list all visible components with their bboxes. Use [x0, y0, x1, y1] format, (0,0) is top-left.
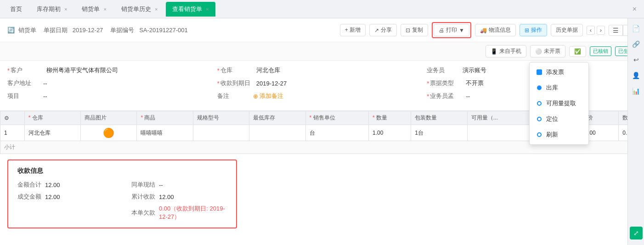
doc-header: 🔄 销货单 单据日期 2019-12-27 单据编号 SA-20191227-0…: [0, 18, 644, 42]
warehouse-required-star: *: [217, 67, 220, 74]
dropdown-outbound[interactable]: 出库: [530, 80, 588, 96]
history-button[interactable]: 历史单据: [551, 24, 583, 36]
list-view-button[interactable]: ☰: [609, 25, 623, 36]
sidebar-chart-icon[interactable]: 📊: [630, 85, 643, 97]
verify-button[interactable]: ✅: [569, 46, 586, 57]
add-icon: ⊕: [253, 93, 258, 100]
warehouse-label: 仓库: [220, 66, 253, 74]
project-field: 项目 --: [7, 92, 217, 100]
payment-row-total: 金额合计 12.00: [17, 181, 113, 189]
note-field: 备注 ⊕ 添加备注: [217, 92, 427, 100]
sidebar-return-icon[interactable]: ↩: [630, 53, 643, 66]
address-field: 客户地址 --: [7, 79, 217, 87]
operate-button[interactable]: ⊞ 操作: [520, 24, 547, 36]
dropdown-available[interactable]: 可用量提取: [530, 96, 588, 111]
total-value: 12.00: [45, 182, 60, 188]
new-button[interactable]: + 新增: [340, 24, 366, 36]
warehouse-field: * 仓库 河北仓库: [217, 66, 427, 74]
date-value: 2019-12-27: [73, 27, 103, 34]
available-icon: [536, 100, 542, 107]
tab-sales[interactable]: 销货单 ×: [75, 2, 113, 17]
dropdown-locate[interactable]: 定位: [530, 111, 588, 127]
project-label: 项目: [7, 92, 40, 100]
verify-icon: ✅: [574, 48, 581, 55]
total-label: 金额合计: [17, 181, 41, 189]
tab-bar: 首页 库存期初 × 销货单 × 销货单历史 × 查看销货单 × ×: [0, 0, 644, 18]
row-pack-qty: 1台: [411, 125, 467, 141]
tab-view-sales[interactable]: 查看销货单 ×: [166, 2, 215, 17]
doc-actions: + 新增 ↗ 分享 ⊡ 复制 🖨 打印 ▼ 🚚: [340, 22, 637, 38]
row-qty: 1.00: [369, 125, 411, 141]
row-available: [467, 125, 532, 141]
tab-inventory[interactable]: 库存期初 ×: [30, 2, 73, 17]
sidebar-doc-icon[interactable]: 📄: [630, 22, 643, 35]
payment-row-settle: 同单现结 --: [131, 181, 227, 189]
staff2-label: 业务员孟: [430, 92, 462, 100]
verified-badge[interactable]: 已核销: [590, 46, 611, 56]
owed-label: 本单欠款: [131, 209, 155, 217]
logistics-button[interactable]: 🚚 物流信息: [475, 24, 516, 36]
doc-icon: 🔄: [7, 27, 15, 34]
tab-sales-close[interactable]: ×: [103, 6, 106, 12]
print-button-highlight: 🖨 打印 ▼: [432, 22, 471, 38]
col-min-stock: 最低库存: [249, 111, 305, 125]
col-gear: ⚙: [0, 111, 25, 125]
share-icon: ↗: [374, 27, 379, 34]
tab-history[interactable]: 销货单历史 ×: [115, 2, 164, 17]
row-img: 🟠: [81, 125, 137, 141]
from-phone-button[interactable]: 📱 来自手机: [486, 45, 526, 57]
doc-title-section: 🔄 销货单: [7, 26, 36, 34]
sidebar-user-icon[interactable]: 👤: [630, 69, 643, 82]
received-value: 12.00: [159, 194, 174, 200]
col-unit: * 销售单位: [305, 111, 368, 125]
tab-history-close[interactable]: ×: [155, 6, 158, 12]
customer-label: 客户: [11, 66, 43, 74]
date-label: 单据日期 2019-12-27: [44, 26, 103, 34]
sidebar-link-icon[interactable]: 🔗: [630, 38, 643, 51]
refresh-label: 刷新: [546, 131, 558, 139]
due-date-value[interactable]: 2019-12-27: [256, 80, 287, 87]
due-date-required-star: *: [217, 80, 220, 87]
tab-view-sales-label: 查看销货单: [172, 5, 202, 13]
address-label: 客户地址: [7, 79, 40, 87]
ticket-required-star: *: [427, 80, 429, 87]
dropdown-add-invoice[interactable]: 添发票: [530, 64, 588, 80]
next-button[interactable]: ›: [597, 26, 605, 35]
due-date-label: 收款到期日: [220, 79, 253, 87]
payment-title: 收款信息: [17, 167, 227, 175]
dropdown-refresh[interactable]: 刷新: [530, 127, 588, 142]
not-open-button[interactable]: ⚪ 未开票: [530, 45, 565, 57]
copy-button[interactable]: ⊡ 复制: [401, 24, 428, 36]
operate-icon: ⊞: [525, 27, 529, 34]
window-close-button[interactable]: ×: [629, 5, 640, 13]
add-note-button[interactable]: ⊕ 添加备注: [253, 92, 283, 100]
dropdown-menu: 添发票 出库 可用量提取 定位 刷新: [529, 62, 589, 145]
ticket-value: 不开票: [466, 79, 484, 87]
available-label: 可用量提取: [546, 99, 576, 108]
share-button[interactable]: ↗ 分享: [369, 24, 397, 36]
tab-view-sales-close[interactable]: ×: [206, 6, 209, 12]
print-icon: 🖨: [439, 27, 444, 34]
settle-value: --: [159, 182, 163, 188]
row-spec: [193, 125, 249, 141]
number-label: 单据编号 SA-20191227-001: [110, 26, 187, 34]
received-label: 累计收款: [131, 193, 155, 201]
tab-inventory-close[interactable]: ×: [64, 6, 67, 12]
customer-value[interactable]: 柳州粤港平安气体有限公司: [46, 66, 118, 74]
settle-label: 同单现结: [131, 181, 155, 189]
print-button[interactable]: 🖨 打印 ▼: [434, 24, 469, 36]
phone-icon: 📱: [491, 48, 497, 55]
sidebar-expand-icon[interactable]: ⤢: [630, 227, 643, 239]
col-spec: 规格型号: [193, 111, 249, 125]
staff-label: 业务员: [427, 66, 459, 74]
add-invoice-icon: [536, 69, 542, 75]
project-value: --: [43, 93, 47, 100]
prev-button[interactable]: ‹: [587, 26, 595, 35]
number-value: SA-20191227-001: [139, 27, 188, 34]
warehouse-value[interactable]: 河北仓库: [256, 66, 280, 74]
refresh-icon: [536, 131, 542, 138]
note-label: 备注: [217, 92, 249, 100]
print-dropdown-arrow[interactable]: ▼: [459, 27, 464, 34]
staff2-required-star: *: [427, 93, 429, 100]
tab-home[interactable]: 首页: [4, 2, 28, 17]
